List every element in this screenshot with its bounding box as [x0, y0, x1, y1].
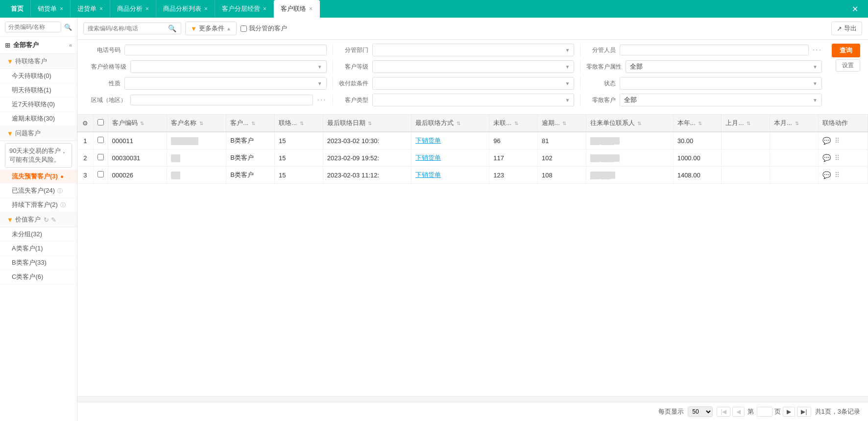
filter-payment-select[interactable]: ▼ — [372, 77, 575, 90]
sidebar-item-ungrouped[interactable]: 未分组(32) — [0, 227, 77, 242]
chat-icon[interactable]: 💬 — [822, 154, 831, 162]
th-last-method[interactable]: 最后联络方式 ⇅ — [411, 115, 489, 132]
filter-manager-dots[interactable]: ··· — [813, 46, 822, 54]
sidebar-item-today[interactable]: 今天待联络(0) — [0, 69, 77, 83]
tab-customer-segment[interactable]: 客户分层经营 × — [215, 0, 274, 18]
filter-status-select[interactable]: ▼ — [620, 77, 822, 90]
filter-retail-attr-select[interactable]: 全部 ▼ — [626, 60, 822, 73]
row-seq: 3 — [77, 167, 93, 184]
row-checkbox[interactable] — [97, 154, 104, 160]
tab-customer-contact[interactable]: 客户联络 × — [274, 0, 320, 18]
th-contact[interactable]: 联络... ⇅ — [275, 115, 323, 132]
price-level-dropdown-icon: ▼ — [317, 64, 322, 70]
row-checkbox-cell[interactable] — [93, 149, 108, 167]
gear-icon[interactable]: ⚙ — [82, 120, 88, 127]
filter-manager-input[interactable] — [620, 45, 808, 55]
row-checkbox-cell[interactable] — [93, 167, 108, 184]
last-method-link[interactable]: 下销货单 — [415, 137, 441, 144]
tab-analysis-list-close[interactable]: × — [204, 5, 208, 12]
row-checkbox[interactable] — [97, 171, 104, 177]
th-this-month[interactable]: 本月... ⇅ — [770, 115, 819, 132]
sidebar-item-declining[interactable]: 持续下滑客户(2) ⓘ — [0, 198, 77, 212]
prev-page-btn[interactable]: ◀ — [732, 407, 745, 417]
tab-customer-contact-close[interactable]: × — [309, 5, 313, 12]
sidebar-item-tomorrow[interactable]: 明天待联络(1) — [0, 83, 77, 98]
th-last-date[interactable]: 最后联络日期 ⇅ — [323, 115, 411, 132]
filter-nature-select[interactable]: ▼ — [124, 77, 327, 90]
sidebar-item-churn-warning[interactable]: 流失预警客户(3) ● — [0, 170, 77, 184]
chat-icon[interactable]: 💬 — [822, 137, 831, 145]
sidebar-all-customers[interactable]: ⊞ 全部客户 « — [0, 37, 77, 54]
export-btn[interactable]: ↗ 导出 — [831, 22, 862, 35]
refresh-icon[interactable]: ↻ — [44, 216, 49, 223]
sidebar-item-class-a[interactable]: A类客户(1) — [0, 242, 77, 256]
th-gear[interactable]: ⚙ — [77, 115, 93, 132]
horizontal-scrollbar[interactable] — [77, 396, 868, 402]
sidebar-search-input[interactable] — [5, 22, 61, 32]
last-page-btn[interactable]: ▶| — [797, 407, 811, 417]
filter-customer-level-select[interactable]: ▼ — [372, 60, 575, 73]
more-icon[interactable]: ⠿ — [835, 137, 840, 145]
more-conditions-btn[interactable]: ▼ 更多条件 ▲ — [185, 22, 237, 35]
th-no-contact[interactable]: 未联... ⇅ — [489, 115, 538, 132]
select-all-checkbox[interactable] — [97, 119, 104, 125]
collapse-icon[interactable]: « — [69, 42, 72, 48]
settings-button[interactable]: 设置 — [836, 59, 860, 72]
row-last-method[interactable]: 下销货单 — [411, 167, 489, 184]
tab-purchase[interactable]: 进货单 × — [71, 0, 110, 18]
th-this-year[interactable]: 本年... ⇅ — [673, 115, 722, 132]
my-customers-checkbox-label[interactable]: 我分管的客户 — [241, 24, 287, 33]
first-page-btn[interactable]: |◀ — [717, 407, 730, 417]
next-page-btn[interactable]: ▶ — [783, 407, 795, 417]
tab-analysis[interactable]: 商品分析 × — [110, 0, 156, 18]
my-customers-checkbox[interactable] — [241, 25, 247, 32]
th-last-month[interactable]: 上月... ⇅ — [722, 115, 770, 132]
filter-region-dots[interactable]: ··· — [317, 96, 326, 104]
tab-purchase-close[interactable]: × — [99, 5, 103, 12]
tab-customer-segment-close[interactable]: × — [263, 5, 266, 12]
filter-price-level-select[interactable]: ▼ — [130, 60, 327, 73]
more-icon[interactable]: ⠿ — [835, 154, 840, 162]
row-last-method[interactable]: 下销货单 — [411, 149, 489, 167]
sidebar-group-value[interactable]: ▼ 价值客户 ↻ ✎ — [0, 212, 77, 227]
tab-analysis-list[interactable]: 商品分析列表 × — [156, 0, 215, 18]
th-name[interactable]: 客户名称 ⇅ — [167, 115, 226, 132]
filter-region-input[interactable] — [130, 95, 313, 105]
sidebar-group-pending[interactable]: ▼ 待联络客户 — [0, 54, 77, 69]
more-icon[interactable]: ⠿ — [835, 171, 840, 179]
th-contact-person[interactable]: 往来单位联系人 ⇅ — [586, 115, 673, 132]
sidebar-item-class-b[interactable]: B类客户(33) — [0, 256, 77, 270]
th-code[interactable]: 客户编码 ⇅ — [108, 115, 167, 132]
row-checkbox-cell[interactable] — [93, 132, 108, 149]
current-page-input[interactable]: 1 — [757, 407, 772, 417]
window-close-button[interactable]: ✕ — [846, 4, 864, 14]
row-checkbox[interactable] — [97, 137, 104, 143]
chat-icon[interactable]: 💬 — [822, 171, 831, 179]
sidebar-item-class-c[interactable]: C类客户(6) — [0, 270, 77, 284]
tab-home[interactable]: 首页 — [4, 0, 31, 18]
tab-analysis-close[interactable]: × — [145, 5, 149, 12]
last-method-link[interactable]: 下销货单 — [415, 171, 441, 178]
th-overdue[interactable]: 逾期... ⇅ — [537, 115, 586, 132]
th-checkbox[interactable] — [93, 115, 108, 132]
edit-icon[interactable]: ✎ — [51, 216, 56, 223]
filter-retail-customer-select[interactable]: 全部 ▼ — [620, 94, 822, 106]
tab-sales-close[interactable]: × — [60, 5, 63, 12]
last-method-link[interactable]: 下销货单 — [415, 154, 441, 161]
row-last-method[interactable]: 下销货单 — [411, 132, 489, 149]
search-input[interactable] — [88, 25, 166, 32]
sidebar-item-7days[interactable]: 近7天待联络(0) — [0, 98, 77, 112]
tab-sales[interactable]: 销货单 × — [31, 0, 71, 18]
sidebar-item-class-a-label: A类客户(1) — [12, 245, 43, 252]
sidebar-group-problem[interactable]: ▼ 问题客户 — [0, 126, 77, 141]
sidebar-item-churned[interactable]: 已流失客户(24) ⓘ — [0, 184, 77, 198]
filter-phone-input[interactable] — [124, 45, 327, 55]
declining-info-icon: ⓘ — [60, 202, 66, 208]
filter-dept-select[interactable]: ▼ — [372, 44, 575, 56]
status-dropdown-icon: ▼ — [813, 81, 818, 86]
th-type[interactable]: 客户... ⇅ — [226, 115, 275, 132]
filter-customer-type-select[interactable]: ▼ — [372, 94, 575, 106]
per-page-select[interactable]: 50 100 200 — [688, 406, 713, 417]
sidebar-item-overdue-contact[interactable]: 逾期未联络(30) — [0, 112, 77, 126]
query-button[interactable]: 查询 — [832, 44, 860, 57]
